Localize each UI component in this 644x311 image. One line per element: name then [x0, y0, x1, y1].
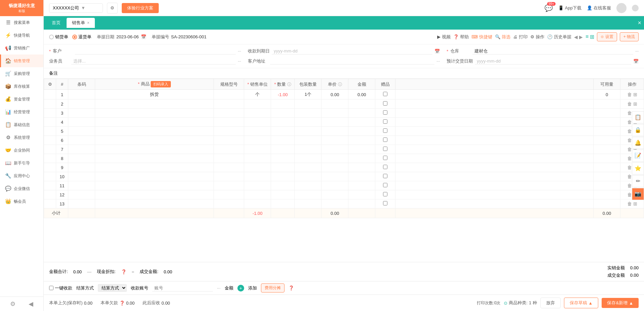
app-download-button[interactable]: 📱 App下载 [558, 5, 581, 11]
rfloat-btn-3[interactable]: 🔔 [632, 137, 644, 149]
settings-gear-button[interactable]: ⚙ [107, 3, 118, 13]
sidebar-item-search[interactable]: ☰ 搜索菜单 [0, 16, 43, 29]
discard-button[interactable]: 放弃 [540, 298, 561, 308]
row-delete-button[interactable]: 🗑 [627, 119, 632, 125]
sidebar-item-finance[interactable]: 💰 资金管理 [0, 93, 43, 106]
customer-more-icon[interactable]: ··· [238, 49, 241, 53]
sidebar-item-quicknav[interactable]: ⚡ 快捷导航 [0, 29, 43, 42]
sidebar-item-sales[interactable]: 🏠 销售管理 [0, 54, 43, 67]
salesperson-more-icon[interactable]: ··· [238, 59, 241, 64]
row-delete-button[interactable]: 🗑 [627, 92, 632, 97]
fee-split-button[interactable]: 费用分摊 [261, 283, 285, 293]
sidebar-collapse-icon[interactable]: ◀ [29, 300, 33, 308]
message-button[interactable]: 💬 99+ [544, 4, 553, 12]
gift-checkbox[interactable] [383, 128, 387, 133]
sidebar-item-inventory[interactable]: 📦 库存核算 [0, 80, 43, 93]
gift-checkbox[interactable] [383, 101, 387, 106]
row-pkgqty[interactable]: 1个 [295, 90, 321, 100]
addr-more-icon[interactable]: ··· [437, 59, 440, 64]
tab-home[interactable]: 首页 [46, 18, 66, 28]
scan-button[interactable]: 扫码录入 [151, 81, 171, 87]
print-button[interactable]: 🖨 打印 [513, 34, 528, 40]
delivery-date-input[interactable] [475, 58, 631, 65]
row-delete-button[interactable]: 🗑 [627, 138, 632, 143]
account-input[interactable] [152, 285, 213, 291]
row-product[interactable]: 拆货 [95, 90, 214, 100]
shortcut-button[interactable]: ⌨ 快捷键 [471, 34, 492, 40]
tab-close-icon[interactable]: × [87, 21, 89, 25]
sidebar-item-operations[interactable]: 📊 经营管理 [0, 106, 43, 118]
user-dropdown-icon[interactable] [632, 5, 639, 11]
date-calendar-icon[interactable]: 📅 [141, 34, 146, 39]
gift-checkbox[interactable] [383, 201, 387, 205]
sidebar-item-system[interactable]: ⚙ 系统管理 [0, 131, 43, 144]
sidebar-item-collab[interactable]: 🤝 企业协同 [0, 144, 43, 157]
ops-button[interactable]: ⚙ 操作 [530, 34, 544, 40]
gift-checkbox[interactable] [383, 165, 387, 169]
rfloat-btn-6[interactable]: ✏ [632, 175, 644, 187]
row-delete-button[interactable]: 🗑 [627, 174, 632, 179]
video-button[interactable]: ▶ 视频 [437, 34, 451, 40]
delivery-date-calendar-icon[interactable]: 📅 [633, 59, 639, 64]
save-new-button[interactable]: 保存&新增 ▲ [602, 298, 639, 308]
history-button[interactable]: 🕐 历史单据 [547, 34, 571, 40]
online-service-button[interactable]: 👤 在线客服 [587, 5, 611, 11]
row-amount[interactable]: 0.00 [348, 90, 375, 100]
warehouse-more-icon[interactable]: ··· [635, 49, 639, 53]
one-click-payment[interactable]: 一键收款 [49, 285, 72, 291]
gift-checkbox[interactable] [383, 119, 387, 124]
radio-sales-order[interactable]: 销货单 [49, 34, 68, 40]
row-delete-button[interactable]: 🗑 [627, 192, 632, 197]
row-spec[interactable] [214, 90, 244, 100]
gift-checkbox[interactable] [383, 183, 387, 187]
list-view-icon[interactable]: ≡ [585, 34, 589, 40]
method-select[interactable]: 结算方式 [98, 284, 127, 292]
nav-prev-icon[interactable]: ◀ [574, 34, 578, 40]
salesperson-input[interactable] [71, 58, 236, 65]
row-delete-button[interactable]: 🗑 [627, 183, 632, 188]
gift-checkbox[interactable] [383, 138, 387, 142]
row-delete-button[interactable]: 🗑 [627, 156, 632, 161]
row-gift[interactable] [375, 90, 395, 100]
gift-checkbox[interactable] [383, 156, 387, 160]
trial-button[interactable]: 体验行业方案 [122, 3, 159, 13]
rfloat-btn-5[interactable]: ⭐ [632, 162, 644, 174]
draft-button[interactable]: 保存草稿 ▲ [564, 298, 599, 308]
due-date-input[interactable] [272, 48, 432, 54]
rfloat-btn-4[interactable]: 📝 [632, 150, 644, 162]
gift-checkbox[interactable] [383, 174, 387, 178]
grid-view-icon[interactable]: ⊞ [590, 34, 594, 40]
gift-checkbox[interactable] [383, 147, 387, 151]
row-delete-button[interactable]: 🗑 [627, 165, 632, 170]
user-avatar[interactable] [616, 3, 627, 13]
row-delete-button[interactable]: 🗑 [627, 201, 632, 206]
add-payment-button[interactable]: + [237, 285, 244, 291]
nav-next-icon[interactable]: ▶ [579, 34, 583, 40]
rfloat-btn-2[interactable]: 🔒 [632, 124, 644, 136]
rfloat-btn-1[interactable]: 📋 [632, 111, 644, 123]
sidebar-item-purchase[interactable]: 🛒 采购管理 [0, 67, 43, 80]
row-copy-button[interactable]: ⊞ [633, 201, 637, 206]
tabbar-close-icon[interactable]: × [638, 20, 641, 27]
customer-addr-input[interactable] [270, 58, 434, 65]
account-more-icon[interactable]: ··· [217, 285, 221, 290]
sidebar-item-apps[interactable]: 🔧 应用中心 [0, 169, 43, 182]
logistics-button[interactable]: + 物流 [620, 32, 639, 41]
row-delete-button[interactable]: 🗑 [627, 110, 632, 116]
gift-checkbox[interactable] [383, 92, 387, 96]
sidebar-settings-icon[interactable]: ⚙ [10, 300, 15, 308]
row-copy-button[interactable]: ⊞ [633, 101, 637, 107]
customer-input[interactable] [75, 48, 236, 54]
help-button[interactable]: ❓ 帮助 [453, 34, 469, 40]
company-selector[interactable]: XXXXXX公司 ▼ [49, 3, 103, 13]
settings-button[interactable]: ⊙ 设置 [597, 32, 617, 41]
row-price[interactable]: 0.00 [321, 90, 348, 100]
sidebar-item-member[interactable]: 👑 畅会员 [0, 195, 43, 208]
tab-sales-order[interactable]: 销售单 × [67, 18, 95, 28]
sidebar-item-basic[interactable]: 📋 基础信息 [0, 118, 43, 131]
table-header-settings[interactable]: ⚙ [44, 79, 56, 90]
row-delete-button[interactable]: 🗑 [627, 147, 632, 152]
row-qty[interactable]: -1.00 [271, 90, 295, 100]
rfloat-btn-7[interactable]: 📷 [632, 188, 644, 200]
sidebar-item-wechat[interactable]: 💬 企业微信 [0, 182, 43, 195]
